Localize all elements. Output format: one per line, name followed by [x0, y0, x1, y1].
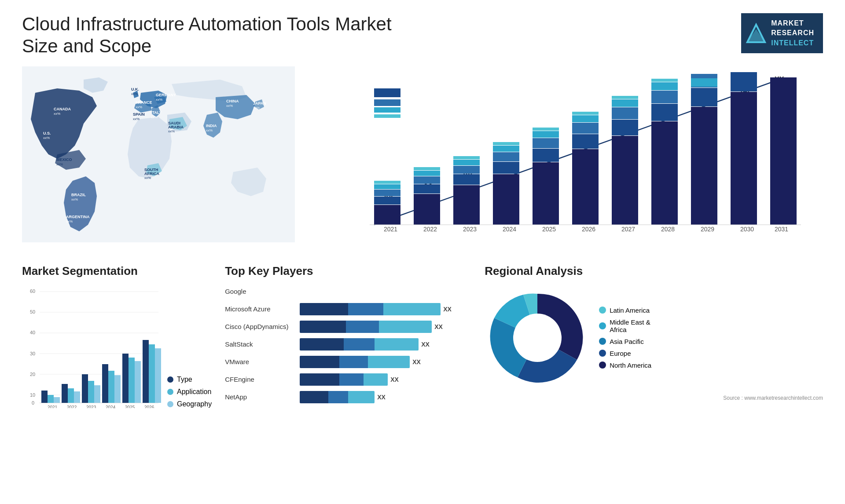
player-name: Google [225, 288, 295, 295]
svg-rect-138 [102, 364, 108, 403]
svg-rect-144 [135, 361, 141, 403]
svg-rect-72 [493, 162, 519, 174]
player-bar-wrap: XX [300, 391, 471, 404]
player-row: SaltStack XX [225, 338, 471, 351]
svg-text:U.S.: U.S. [43, 131, 51, 135]
player-bar [300, 391, 375, 403]
svg-rect-51 [374, 107, 400, 113]
svg-rect-90 [612, 120, 638, 135]
bottom-section: Market Segmentation 60 50 40 30 20 10 0 [22, 264, 823, 408]
svg-text:xx%: xx% [131, 92, 138, 96]
player-bar-wrap: XX [300, 338, 471, 351]
svg-rect-140 [114, 375, 121, 403]
svg-text:2026: 2026 [582, 226, 595, 233]
svg-rect-87 [572, 112, 599, 115]
world-map: CANADA xx% U.S. xx% MEXICO xx% BRAZIL xx… [22, 66, 295, 251]
player-bar [300, 338, 419, 351]
svg-rect-67 [453, 166, 480, 174]
svg-text:xx%: xx% [43, 136, 50, 140]
svg-text:ITALY: ITALY [151, 110, 162, 115]
svg-text:40: 40 [30, 330, 35, 335]
player-bar-wrap: XX [300, 355, 471, 369]
svg-rect-53 [374, 205, 400, 225]
top-section: CANADA xx% U.S. xx% MEXICO xx% BRAZIL xx… [22, 66, 823, 251]
svg-text:60: 60 [30, 289, 35, 294]
svg-text:2028: 2028 [661, 226, 675, 233]
svg-rect-73 [493, 152, 519, 161]
legend-dot-application [167, 389, 173, 395]
svg-rect-63 [414, 167, 440, 170]
player-name: Microsoft Azure [225, 305, 295, 313]
svg-text:xx%: xx% [206, 128, 213, 132]
svg-text:2022: 2022 [67, 405, 77, 408]
players-panel: Top Key Players Google Microsoft Azure X… [225, 264, 471, 408]
svg-text:2024: 2024 [106, 405, 116, 408]
logo-icon [746, 23, 767, 44]
player-bar-wrap: XX [300, 373, 471, 386]
player-row: CFEngine XX [225, 373, 471, 386]
svg-text:INDIA: INDIA [206, 124, 217, 128]
svg-text:50: 50 [30, 309, 35, 314]
legend-dot-geography [167, 401, 173, 407]
svg-rect-101 [691, 107, 717, 225]
svg-text:ARGENTINA: ARGENTINA [66, 215, 90, 219]
svg-rect-61 [414, 176, 440, 184]
svg-rect-71 [493, 174, 519, 225]
svg-text:xx%: xx% [151, 115, 158, 119]
players-title: Top Key Players [225, 264, 471, 278]
svg-text:xx%: xx% [71, 197, 78, 201]
svg-rect-57 [374, 181, 400, 184]
player-name: Cisco (AppDynamics) [225, 323, 295, 330]
svg-rect-127 [48, 395, 54, 403]
svg-text:CANADA: CANADA [54, 107, 71, 111]
reg-legend-mea: Middle East &Africa [599, 318, 651, 333]
svg-rect-75 [493, 142, 519, 145]
reg-dot-na [599, 362, 606, 369]
svg-rect-69 [453, 156, 480, 159]
svg-rect-93 [612, 96, 638, 99]
svg-rect-131 [68, 388, 74, 403]
segmentation-title: Market Segmentation [22, 264, 212, 278]
world-map-svg: CANADA xx% U.S. xx% MEXICO xx% BRAZIL xx… [22, 66, 295, 242]
svg-rect-79 [533, 138, 559, 148]
svg-text:MEXICO: MEXICO [56, 157, 72, 162]
svg-rect-128 [54, 397, 60, 403]
player-bar [300, 303, 441, 315]
player-name: VMware [225, 358, 295, 365]
svg-rect-148 [155, 348, 161, 403]
reg-legend-apac: Asia Pacific [599, 338, 651, 345]
svg-text:xx%: xx% [156, 98, 162, 102]
svg-rect-84 [572, 134, 599, 149]
svg-rect-132 [74, 391, 80, 403]
reg-label-europe: Europe [610, 350, 631, 357]
svg-text:10: 10 [30, 392, 35, 398]
page-title: Cloud Infrastructure Automation Tools Ma… [22, 13, 418, 58]
svg-text:U.K.: U.K. [131, 87, 139, 91]
svg-rect-97 [651, 91, 678, 103]
segmentation-chart: 60 50 40 30 20 10 0 [22, 285, 163, 408]
legend-application: Application [167, 388, 212, 396]
svg-text:2023: 2023 [463, 226, 477, 233]
svg-rect-80 [533, 131, 559, 138]
svg-text:2027: 2027 [621, 226, 635, 233]
svg-rect-74 [493, 146, 519, 152]
svg-text:AFRICA: AFRICA [144, 172, 159, 176]
svg-text:2021: 2021 [48, 405, 58, 408]
svg-rect-135 [88, 381, 94, 403]
donut-area: Latin America Middle East &Africa Asia P… [485, 285, 823, 391]
logo: MARKET RESEARCH INTELLECT [741, 13, 823, 53]
svg-point-150 [513, 314, 562, 362]
reg-legend-latin: Latin America [599, 307, 651, 314]
svg-rect-102 [691, 88, 717, 106]
player-name: NetApp [225, 393, 295, 401]
svg-rect-104 [691, 78, 717, 87]
svg-text:xx%: xx% [136, 105, 142, 109]
svg-rect-52 [374, 114, 400, 118]
svg-rect-109 [770, 77, 797, 225]
svg-rect-136 [94, 385, 100, 403]
svg-rect-147 [149, 344, 155, 403]
player-bar-wrap: XX [300, 303, 471, 316]
svg-text:ARABIA: ARABIA [168, 125, 184, 129]
reg-label-na: North America [610, 362, 651, 369]
reg-label-latin: Latin America [610, 307, 650, 314]
